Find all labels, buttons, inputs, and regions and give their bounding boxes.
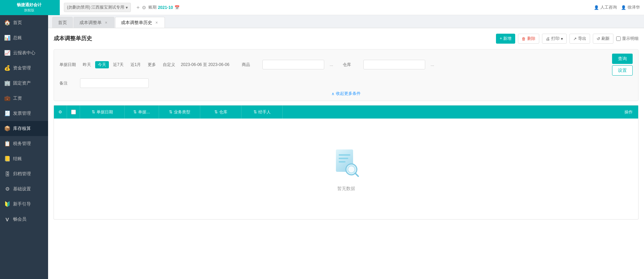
date-btn-today[interactable]: 今天 [95, 61, 109, 68]
tab-cost-adjust-history-close[interactable]: × [154, 20, 159, 25]
sidebar: 🏠 首页 📊 总账 📈 云报表中心 💰 资金管理 🏢 固定资产 [0, 15, 48, 279]
date-filter: 昨天 今天 近7天 近1月 更多 自定义 2023-06-06 至 2023-0… [80, 61, 229, 68]
export-button[interactable]: ↗ 导出 [569, 34, 590, 44]
ledger-icon: 📊 [4, 35, 10, 41]
filter-settings-button[interactable]: 设置 [612, 65, 633, 76]
tab-cost-adjust-label: 成本调整单 [79, 20, 102, 26]
tax-icon: 📋 [4, 141, 10, 147]
sort-icon: ⇅ [253, 110, 257, 114]
query-button[interactable]: 查询 [612, 54, 633, 64]
sidebar-item-label: 税务管理 [13, 141, 31, 147]
sidebar-item-archive[interactable]: 🗄 归档管理 [0, 166, 48, 181]
tab-cost-adjust-history[interactable]: 成本调整单历史 × [115, 17, 165, 28]
show-detail-checkbox[interactable] [616, 36, 621, 41]
warehouse-input[interactable] [363, 60, 425, 69]
show-detail-toggle[interactable]: 显示明细 [616, 36, 639, 42]
print-dropdown-icon: ▾ [561, 36, 563, 41]
sidebar-item-assets[interactable]: 🏢 固定资产 [0, 76, 48, 91]
sort-icon: ⇅ [169, 110, 172, 114]
sidebar-item-vip[interactable]: V 畅会员 [0, 212, 48, 227]
sidebar-item-closing[interactable]: 📒 结账 [0, 151, 48, 166]
settings-icon: ⚙ [4, 186, 10, 192]
tab-cost-adjust-close[interactable]: × [104, 20, 109, 25]
sidebar-item-label: 云报表中心 [13, 50, 35, 56]
tab-home[interactable]: 首页 [52, 17, 73, 28]
sort-icon: ⇅ [214, 110, 218, 114]
add-button[interactable]: + 新增 [496, 34, 515, 44]
add-company-icon[interactable]: + [136, 4, 139, 11]
header-actions: + 新增 🗑 删除 🖨 打印 ▾ ↗ 导出 [496, 34, 639, 44]
user-service-btn[interactable]: 👤 人工咨询 [594, 4, 617, 10]
date-btn-yesterday[interactable]: 昨天 [80, 61, 94, 68]
archive-icon: 🗄 [4, 171, 10, 177]
sidebar-item-reports[interactable]: 📈 云报表中心 [0, 45, 48, 60]
settings-company-icon[interactable]: ⚙ [142, 5, 146, 10]
closing-icon: 📒 [4, 156, 10, 162]
empty-icon [329, 146, 363, 181]
sidebar-item-label: 发票管理 [13, 110, 31, 116]
print-icon: 🖨 [546, 36, 550, 41]
delete-button[interactable]: 🗑 删除 [518, 34, 539, 44]
assets-icon: 🏢 [4, 80, 10, 86]
column-date[interactable]: ⇅ 单据日期 [80, 105, 125, 119]
delete-icon: 🗑 [522, 36, 526, 41]
calendar-icon[interactable]: 📅 [174, 5, 180, 10]
column-voucher[interactable]: ⇅ 单据... [125, 105, 159, 119]
column-settings-icon: ⚙ [58, 110, 62, 114]
sidebar-item-label: 畅会员 [13, 216, 26, 222]
sidebar-item-settings[interactable]: ⚙ 基础设置 [0, 181, 48, 197]
sidebar-item-label: 固定资产 [13, 80, 31, 86]
date-btn-more[interactable]: 更多 [145, 61, 159, 68]
sidebar-item-payroll[interactable]: 💼 工资 [0, 91, 48, 106]
warehouse-ellipsis[interactable]: ... [429, 62, 436, 67]
reports-icon: 📈 [4, 50, 10, 56]
collapse-up-icon: ∧ [331, 91, 335, 96]
tab-cost-adjust[interactable]: 成本调整单 × [74, 17, 114, 28]
goods-input[interactable] [262, 60, 324, 69]
svg-rect-4 [339, 161, 346, 163]
column-biztype[interactable]: ⇅ 业务类型 [159, 105, 200, 119]
column-handler[interactable]: ⇅ 经手人 [241, 105, 283, 119]
date-btn-1month[interactable]: 近1月 [128, 61, 144, 68]
refresh-button[interactable]: ↺ 刷新 [593, 34, 613, 44]
svg-line-7 [355, 173, 358, 176]
svg-rect-3 [339, 158, 348, 159]
select-all-checkbox[interactable] [71, 110, 76, 114]
period-info: 账期 2021-10 📅 [148, 4, 180, 10]
notes-input[interactable] [80, 78, 149, 88]
sidebar-item-home[interactable]: 🏠 首页 [0, 15, 48, 30]
goods-ellipsis[interactable]: ... [328, 62, 335, 67]
sidebar-item-ledger[interactable]: 📊 总账 [0, 30, 48, 45]
user-info[interactable]: 👤 徐泽华 [621, 4, 640, 10]
app-logo-top: 畅捷通好会计 [17, 2, 42, 8]
column-warehouse[interactable]: ⇅ 仓库 [200, 105, 241, 119]
company-selector[interactable]: (勿删勿禁用) 江西服宝测试专用 ▾ [64, 3, 131, 12]
guide-icon: 🔰 [4, 201, 10, 207]
sidebar-item-inventory[interactable]: 📦 库存核算 [0, 121, 48, 136]
tab-cost-adjust-history-label: 成本调整单历史 [121, 20, 152, 26]
sidebar-item-invoices[interactable]: 🧾 发票管理 [0, 106, 48, 121]
inventory-icon: 📦 [4, 125, 10, 132]
print-button[interactable]: 🖨 打印 ▾ [542, 34, 567, 44]
page-title: 成本调整单历史 [54, 35, 92, 42]
tab-bar: 首页 成本调整单 × 成本调整单历史 × [48, 15, 644, 28]
filter-section: 单据日期 昨天 今天 近7天 近1月 更多 自定义 2023-06-06 至 2… [54, 49, 639, 101]
sidebar-item-label: 库存核算 [13, 125, 31, 132]
sidebar-item-funds[interactable]: 💰 资金管理 [0, 60, 48, 76]
sidebar-item-tax[interactable]: 📋 税务管理 [0, 136, 48, 151]
sidebar-item-label: 资金管理 [13, 65, 31, 71]
column-settings-btn[interactable]: ⚙ [54, 105, 67, 119]
sidebar-item-guide[interactable]: 🔰 新手引导 [0, 197, 48, 212]
dropdown-icon: ▾ [126, 5, 128, 10]
select-all-checkbox-cell[interactable] [67, 105, 80, 119]
date-btn-custom[interactable]: 自定义 [160, 61, 178, 68]
filter-action-buttons: 查询 设置 [612, 54, 633, 76]
svg-rect-2 [339, 154, 350, 156]
sort-up-icon: ⇅ [92, 110, 95, 114]
table-header: ⚙ ⇅ 单据日期 ⇅ 单据... [54, 105, 638, 119]
vip-icon: V [4, 216, 10, 222]
sidebar-item-label: 总账 [13, 35, 22, 41]
collapse-filter-btn[interactable]: ∧ 收起更多条件 [331, 91, 361, 97]
date-btn-7days[interactable]: 近7天 [110, 61, 126, 68]
company-name: (勿删勿禁用) 江西服宝测试专用 [67, 4, 124, 10]
